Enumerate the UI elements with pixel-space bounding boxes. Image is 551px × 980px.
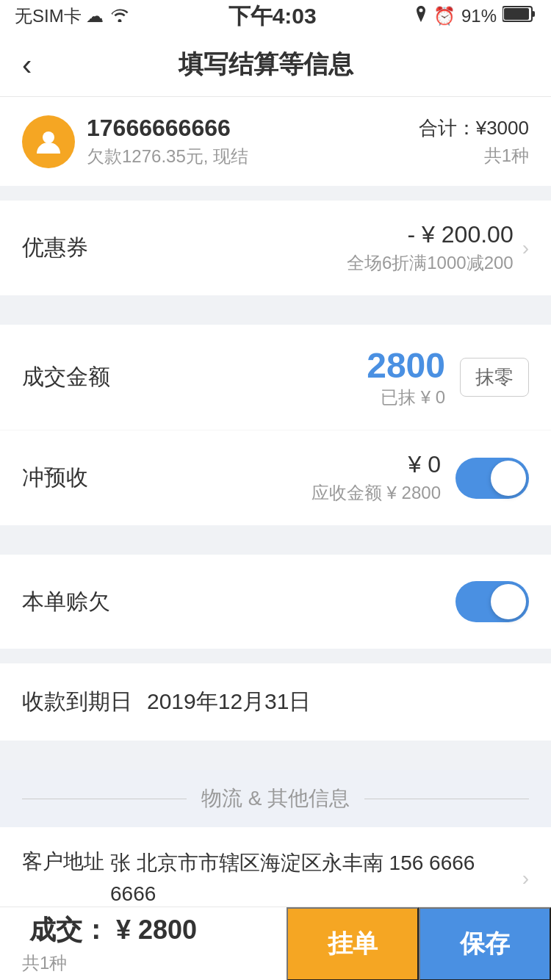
pre-value: ¥ 0 — [311, 451, 441, 478]
logistics-line-left — [22, 799, 187, 799]
pre-value-block: ¥ 0 应收金额 ¥ 2800 — [311, 451, 441, 505]
pre-receive-row: 冲预收 ¥ 0 应收金额 ¥ 2800 — [0, 430, 551, 525]
deal-amount-right: 2800 已抹 ¥ 0 抹零 — [367, 345, 529, 409]
address-content: 张 北京市市辖区海淀区永丰南 156 6666 6666 — [110, 848, 511, 909]
coupon-label: 优惠券 — [22, 233, 88, 263]
coupon-sub: 全场6折满1000减200 — [347, 251, 514, 275]
battery-icon — [503, 6, 536, 26]
bottom-count: 共1种 — [22, 951, 264, 975]
address-label: 客户地址 — [22, 848, 110, 876]
debt-label: 本单赊欠 — [22, 587, 110, 617]
debt-toggle[interactable] — [455, 581, 529, 622]
status-time: 下午4:03 — [228, 1, 317, 32]
section-divider-3 — [0, 755, 551, 770]
customer-phone: 17666666666 — [87, 115, 248, 142]
coupon-arrow-icon: › — [522, 237, 529, 260]
battery-percent: 91% — [461, 6, 497, 26]
amount-section: 成交金额 2800 已抹 ¥ 0 抹零 冲预收 ¥ 0 应收金额 ¥ 2800 — [0, 325, 551, 525]
status-right: ⏰ 91% — [414, 6, 536, 26]
pre-receive-right: ¥ 0 应收金额 ¥ 2800 — [311, 451, 529, 505]
address-arrow-icon: › — [522, 867, 529, 890]
total-count: 共1种 — [419, 144, 529, 167]
alarm-icon: ⏰ — [433, 6, 455, 26]
debt-row: 本单赊欠 — [0, 555, 551, 649]
deal-amount-row: 成交金额 2800 已抹 ¥ 0 抹零 — [0, 325, 551, 430]
due-date-value: 2019年12月31日 — [147, 687, 311, 717]
avatar — [22, 115, 75, 168]
customer-right: 合计：¥3000 共1种 — [419, 115, 529, 167]
pre-sub: 应收金额 ¥ 2800 — [311, 481, 441, 505]
status-left: 无SIM卡 ☁ — [15, 4, 130, 28]
customer-sub: 欠款1276.35元, 现结 — [87, 145, 248, 168]
logistics-header: 物流 & 其他信息 — [0, 770, 551, 827]
save-button[interactable]: 保存 — [419, 907, 551, 981]
customer-row: 17666666666 欠款1276.35元, 现结 合计：¥3000 共1种 — [0, 97, 551, 186]
customer-info: 17666666666 欠款1276.35元, 现结 — [87, 115, 248, 168]
sim-text: 无SIM卡 ☁ — [15, 4, 104, 28]
coupon-row[interactable]: 优惠券 - ¥ 200.00 全场6折满1000减200 › — [0, 201, 551, 295]
round-button[interactable]: 抹零 — [460, 358, 529, 397]
content-area: 17666666666 欠款1276.35元, 现结 合计：¥3000 共1种 … — [0, 97, 551, 980]
coupon-discount: - ¥ 200.00 — [347, 221, 514, 248]
due-date-label: 收款到期日 — [22, 687, 132, 717]
svg-rect-2 — [532, 11, 535, 17]
coupon-right: - ¥ 200.00 全场6折满1000减200 › — [347, 221, 529, 275]
wifi-icon — [109, 6, 130, 26]
svg-point-3 — [43, 131, 54, 143]
bottom-deal-label: 成交： — [29, 915, 109, 945]
logistics-title: 物流 & 其他信息 — [201, 785, 350, 813]
pre-receive-label: 冲预收 — [22, 463, 88, 493]
due-date-row: 收款到期日 2019年12月31日 — [0, 663, 551, 741]
back-button[interactable]: ‹ — [22, 50, 32, 79]
section-divider-2 — [0, 525, 551, 540]
nav-bar: ‹ 填写结算等信息 — [0, 32, 551, 97]
customer-left: 17666666666 欠款1276.35元, 现结 — [22, 115, 248, 168]
section-divider — [0, 310, 551, 325]
logistics-line-right — [364, 799, 529, 799]
deal-amount-value: 2800 — [367, 345, 445, 386]
svg-rect-1 — [504, 8, 529, 20]
debt-section: 本单赊欠 — [0, 555, 551, 649]
bottom-deal-line: 成交：¥ 2800 — [22, 912, 264, 948]
deal-amount-label: 成交金额 — [22, 362, 110, 392]
location-icon — [414, 6, 428, 26]
page-title: 填写结算等信息 — [46, 48, 485, 82]
bottom-summary: 成交：¥ 2800 共1种 — [0, 912, 287, 975]
coupon-content: - ¥ 200.00 全场6折满1000减200 — [347, 221, 514, 275]
status-bar: 无SIM卡 ☁ 下午4:03 ⏰ 91% — [0, 0, 551, 32]
bottom-bar: 成交：¥ 2800 共1种 挂单 保存 — [0, 907, 551, 980]
deal-amount-sub: 已抹 ¥ 0 — [367, 386, 445, 409]
total-label: 合计：¥3000 — [419, 115, 529, 141]
pre-receive-toggle[interactable] — [455, 458, 529, 499]
hang-button[interactable]: 挂单 — [287, 907, 419, 981]
bottom-deal-value: ¥ 2800 — [116, 915, 197, 945]
